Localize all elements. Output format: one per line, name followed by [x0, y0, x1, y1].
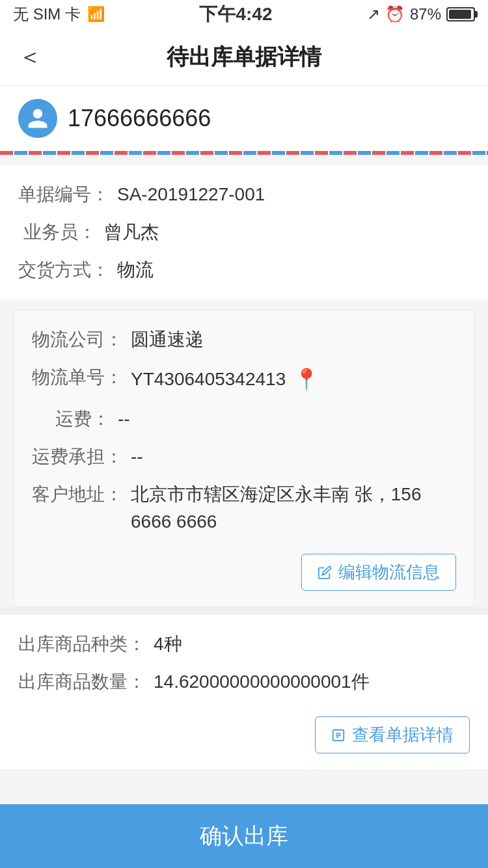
edit-icon [318, 565, 332, 580]
address-value: 北京市市辖区海淀区永丰南 张，156 6666 6666 [131, 481, 456, 536]
status-right: ↗ ⏰ 87% [367, 5, 475, 23]
edit-logistics-label: 编辑物流信息 [338, 561, 440, 584]
tracking-row: 物流单号： YT4306405342413 📍 [32, 364, 456, 395]
tracking-number: YT4306405342413 [131, 366, 286, 393]
battery-icon [446, 7, 475, 21]
basic-info-section: 单据编号： SA-20191227-001 业务员： 曾凡杰 交货方式： 物流 [0, 165, 488, 299]
tracking-label: 物流单号： [32, 364, 123, 391]
location-status-icon: ↗ [367, 5, 380, 23]
delivery-method-label: 交货方式： [18, 256, 109, 284]
document-no-row: 单据编号： SA-20191227-001 [18, 181, 470, 208]
freight-row: 运费： -- [32, 405, 456, 433]
confirm-bar[interactable]: 确认出库 [0, 804, 488, 868]
document-no-value: SA-20191227-001 [117, 181, 470, 208]
nav-bar: ＜ 待出库单据详情 [0, 29, 488, 86]
salesman-value: 曾凡杰 [104, 219, 470, 246]
product-qty-label: 出库商品数量： [18, 668, 146, 696]
location-icon[interactable]: 📍 [293, 364, 319, 395]
user-icon [26, 107, 49, 130]
document-no-label: 单据编号： [18, 181, 109, 208]
battery-label: 87% [410, 5, 441, 23]
edit-btn-container: 编辑物流信息 [32, 546, 456, 591]
carrier-label: 无 SIM 卡 [13, 4, 81, 25]
delivery-method-row: 交货方式： 物流 [18, 256, 470, 284]
product-types-row: 出库商品种类： 4种 [18, 631, 470, 658]
product-qty-value: 14.62000000000000001件 [154, 668, 470, 696]
logistics-company-value: 圆通速递 [131, 326, 456, 353]
status-bar: 无 SIM 卡 📶 下午4:42 ↗ ⏰ 87% [0, 0, 488, 29]
wifi-icon: 📶 [87, 6, 105, 23]
delivery-method-value: 物流 [117, 256, 470, 284]
list-icon [331, 728, 346, 742]
tracking-value: YT4306405342413 📍 [131, 364, 456, 395]
logistics-company-label: 物流公司： [32, 326, 123, 353]
freight-bearer-row: 运费承担： -- [32, 443, 456, 470]
alarm-icon: ⏰ [385, 5, 405, 23]
status-left: 无 SIM 卡 📶 [13, 4, 105, 25]
view-detail-button[interactable]: 查看单据详情 [315, 716, 470, 753]
page-title: 待出库单据详情 [167, 42, 321, 72]
product-qty-row: 出库商品数量： 14.62000000000000001件 [18, 668, 470, 696]
logistics-company-row: 物流公司： 圆通速递 [32, 326, 456, 353]
phone-number: 17666666666 [68, 105, 211, 132]
edit-logistics-button[interactable]: 编辑物流信息 [301, 554, 456, 591]
freight-bearer-label: 运费承担： [32, 443, 123, 470]
view-detail-container: 查看单据详情 [18, 706, 470, 753]
address-row: 客户地址： 北京市市辖区海淀区永丰南 张，156 6666 6666 [32, 481, 456, 536]
salesman-label: 业务员： [18, 219, 96, 246]
freight-label: 运费： [32, 405, 110, 433]
stock-info-section: 出库商品种类： 4种 出库商品数量： 14.62000000000000001件… [0, 615, 488, 769]
phone-header: 17666666666 [0, 86, 488, 151]
section-divider [0, 607, 488, 615]
freight-bearer-value: -- [131, 443, 456, 470]
product-types-label: 出库商品种类： [18, 631, 146, 658]
dashed-divider [0, 151, 488, 155]
status-time: 下午4:42 [199, 2, 272, 27]
back-button[interactable]: ＜ [18, 41, 42, 73]
confirm-button-label: 确认出库 [200, 821, 288, 851]
view-detail-label: 查看单据详情 [352, 724, 454, 746]
address-label: 客户地址： [32, 481, 123, 508]
freight-value: -- [118, 405, 456, 433]
avatar [18, 99, 57, 138]
product-types-value: 4种 [154, 631, 470, 658]
logistics-section: 物流公司： 圆通速递 物流单号： YT4306405342413 📍 运费： -… [13, 310, 475, 607]
salesman-row: 业务员： 曾凡杰 [18, 219, 470, 246]
